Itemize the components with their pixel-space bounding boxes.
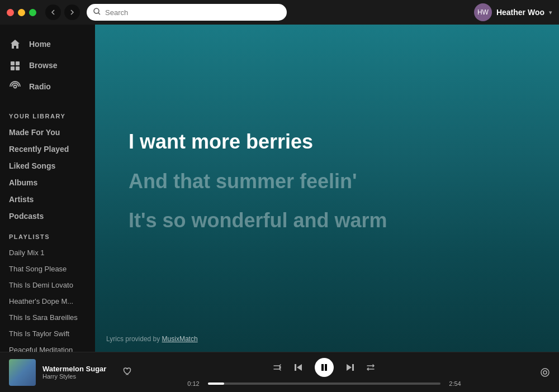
top-bar: HW Heather Woo ▾ (0, 0, 559, 25)
lyrics-credit: Lyrics provided by MusixMatch (106, 335, 198, 343)
browse-icon (9, 59, 21, 71)
lyrics-button[interactable] (540, 367, 550, 377)
svg-point-11 (541, 369, 549, 376)
svg-line-1 (98, 13, 100, 15)
radio-icon (9, 80, 21, 93)
sidebar-item-made-for-you[interactable]: Made For You (0, 124, 95, 141)
forward-button[interactable] (64, 4, 80, 20)
album-art (9, 359, 36, 386)
svg-rect-5 (16, 66, 20, 70)
main-content: I want more berries And that summer feel… (95, 25, 559, 352)
playlist-peaceful-meditation[interactable]: Peaceful Meditation (0, 342, 95, 352)
track-name: Watermelon Sugar (42, 365, 116, 373)
playlist-this-is-demi[interactable]: This Is Demi Lovato (0, 277, 95, 293)
svg-rect-7 (295, 364, 296, 371)
lyric-line-2: And that summer feelin' (129, 169, 525, 195)
main-area: Home Browse (0, 25, 559, 352)
sidebar: Home Browse (0, 25, 95, 352)
sidebar-nav: Home Browse (0, 34, 95, 97)
sidebar-browse-label: Browse (29, 61, 58, 70)
maximize-button[interactable] (29, 9, 36, 16)
avatar: HW (474, 3, 492, 21)
lyrics-area: I want more berries And that summer feel… (95, 25, 559, 352)
svg-rect-4 (11, 66, 15, 70)
lyric-line-1: I want more berries (129, 129, 525, 155)
time-current: 0:12 (184, 380, 202, 387)
username-label: Heather Woo (496, 8, 544, 17)
svg-rect-8 (321, 364, 324, 371)
sidebar-item-radio[interactable]: Radio (0, 76, 95, 97)
sidebar-item-artists[interactable]: Artists (0, 191, 95, 208)
svg-rect-3 (16, 61, 20, 65)
search-input[interactable] (105, 8, 280, 17)
playlist-taylor-swift[interactable]: This Is Taylor Swift (0, 326, 95, 342)
close-button[interactable] (7, 9, 14, 16)
svg-rect-10 (352, 364, 354, 371)
previous-button[interactable] (293, 362, 304, 372)
sidebar-item-liked-songs[interactable]: Liked Songs (0, 157, 95, 174)
track-artist: Harry Styles (42, 373, 116, 380)
sidebar-item-podcasts[interactable]: Podcasts (0, 208, 95, 224)
sidebar-home-label: Home (29, 40, 51, 49)
playlist-heathers-dope[interactable]: Heather's Dope M... (0, 293, 95, 309)
sidebar-item-recently-played[interactable]: Recently Played (0, 141, 95, 157)
nav-arrows (45, 4, 80, 20)
playlist-sara-bareilles[interactable]: This Is Sara Bareilles (0, 309, 95, 326)
player-bar: Watermelon Sugar Harry Styles (0, 352, 559, 392)
shuffle-button[interactable] (273, 363, 282, 372)
repeat-button[interactable] (366, 363, 375, 372)
sidebar-item-home[interactable]: Home (0, 34, 95, 55)
playlist-daily-mix-1[interactable]: Daily Mix 1 (0, 245, 95, 261)
progress-fill (208, 383, 224, 385)
track-info: Watermelon Sugar Harry Styles (9, 359, 132, 386)
back-button[interactable] (45, 4, 61, 20)
playlists-section-title: PLAYLISTS (0, 224, 95, 245)
chevron-down-icon: ▾ (549, 9, 552, 16)
pause-button[interactable] (315, 358, 334, 377)
search-bar[interactable] (87, 4, 287, 21)
progress-bar[interactable] (208, 383, 440, 385)
lyric-line-3: It's so wonderful and warm (129, 208, 525, 234)
like-button[interactable] (123, 367, 132, 378)
playlist-that-song-please[interactable]: That Song Please (0, 261, 95, 277)
sidebar-radio-label: Radio (29, 82, 51, 91)
library-section-title: YOUR LIBRARY (0, 111, 95, 124)
track-text: Watermelon Sugar Harry Styles (42, 365, 116, 380)
player-right (517, 367, 550, 377)
svg-rect-2 (11, 61, 15, 65)
search-icon (93, 8, 101, 17)
time-total: 2:54 (446, 380, 464, 387)
musixmatch-link[interactable]: MusixMatch (162, 335, 198, 343)
home-icon (9, 38, 21, 50)
svg-point-12 (543, 371, 547, 374)
minimize-button[interactable] (18, 9, 25, 16)
sidebar-item-browse[interactable]: Browse (0, 55, 95, 76)
player-controls: 0:12 2:54 (139, 358, 510, 387)
svg-point-6 (14, 85, 17, 88)
svg-rect-9 (325, 364, 327, 371)
user-area[interactable]: HW Heather Woo ▾ (474, 3, 552, 21)
svg-point-0 (94, 8, 99, 13)
control-buttons (273, 358, 375, 377)
window-controls (7, 9, 36, 16)
progress-area: 0:12 2:54 (184, 380, 464, 387)
next-button[interactable] (345, 362, 355, 372)
sidebar-item-albums[interactable]: Albums (0, 174, 95, 191)
